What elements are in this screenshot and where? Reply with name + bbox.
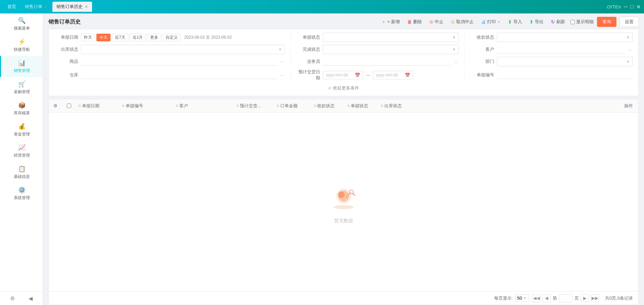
order-status-select[interactable]: ▼ — [323, 33, 459, 42]
print-arrow: ▼ — [497, 20, 501, 24]
sort-date-icon: ⇅ — [78, 104, 81, 108]
sidebar-bottom: ⚙ ◀ — [0, 292, 43, 305]
out-status-control: ▼ — [81, 45, 285, 54]
print-btn[interactable]: 🖨 打印 ▼ — [479, 17, 503, 26]
delivery-to-text: yyyy-mm-dd — [376, 73, 398, 77]
tab-sales-history-close[interactable]: ✕ — [85, 4, 88, 9]
th-gear[interactable]: ⚙ — [49, 103, 62, 108]
pagination: ◀◀ ◀ 第 1 页 ▶ ▶▶ — [532, 294, 599, 302]
stop-label: 中止 — [435, 19, 443, 25]
sidebar-settings-icon[interactable]: ⚙ — [10, 295, 15, 302]
empty-illustration — [327, 180, 360, 214]
last-page-icon: ▶▶ — [592, 296, 598, 301]
sidebar-label-quick-nav: 快捷导航 — [14, 47, 30, 52]
export-icon: ⬆ — [529, 19, 533, 25]
import-btn[interactable]: ⬇ 导入 — [506, 17, 524, 26]
tab-sales-order[interactable]: 销售订单 ✕ — [21, 2, 52, 12]
export-btn[interactable]: ⬆ 导出 — [527, 17, 546, 26]
per-page-select[interactable]: 50 ▼ — [515, 295, 529, 302]
cancel-btn[interactable]: ⊙ 取消中止 — [449, 17, 476, 26]
sales-rep-dots[interactable]: ··· — [453, 59, 459, 64]
th-out-status[interactable]: ⇅ 出库状态 — [378, 103, 412, 109]
prev-page-btn[interactable]: ◀ — [543, 294, 551, 302]
delivery-date-control: yyyy-mm-dd 📅 — yyyy-mm-dd 📅 — [323, 71, 459, 79]
collapse-row[interactable]: ∧ 收起更多条件 — [54, 84, 633, 92]
first-page-icon: ◀◀ — [533, 296, 540, 301]
date-btn-custom[interactable]: 自定义 — [163, 34, 181, 41]
stop-btn[interactable]: ⊘ 中止 — [427, 17, 445, 26]
th-order-status[interactable]: ⇅ 单据状态 — [344, 103, 378, 109]
goods-label: 商品 — [54, 59, 81, 65]
first-page-btn[interactable]: ◀◀ — [532, 294, 541, 302]
th-number[interactable]: ⇅ 单据编号 — [119, 103, 173, 109]
filter-row-3: 商品 ··· 业务员 ··· 部门 ▼ — [54, 57, 633, 66]
sidebar-item-quick-nav[interactable]: ⚡ 快捷导航 — [0, 35, 43, 56]
select-all-checkbox[interactable] — [67, 104, 71, 108]
tab-sales-history-label: 销售订单历史 — [56, 4, 83, 10]
dept-select[interactable]: ▼ — [497, 57, 633, 66]
display-detail-checkbox[interactable] — [570, 20, 575, 24]
delivery-date-to[interactable]: yyyy-mm-dd 📅 — [373, 71, 413, 79]
date-btn-1month[interactable]: 近1月 — [130, 34, 146, 41]
date-btn-today[interactable]: 今天 — [96, 34, 111, 41]
cal-from-icon[interactable]: 📅 — [355, 73, 360, 78]
tab-home[interactable]: 首页 — [3, 2, 20, 12]
customer-control: ··· — [497, 45, 633, 53]
sales-rep-input[interactable] — [323, 58, 451, 66]
refresh-btn[interactable]: ↻ 刷新 — [549, 17, 567, 26]
th-order-label: 单据状态 — [351, 103, 368, 109]
delete-btn[interactable]: 🗑 删除 — [405, 17, 424, 26]
display-detail-check[interactable]: 显示明细 — [570, 19, 594, 25]
cancel-icon: ⊙ — [451, 19, 455, 25]
sidebar-label-system: 系统管理 — [14, 195, 30, 201]
customer-input[interactable] — [497, 45, 625, 53]
current-page-input[interactable]: 1 — [559, 294, 572, 302]
sidebar-item-system[interactable]: ⚙️ 系统管理 — [0, 183, 43, 204]
sidebar-item-inventory[interactable]: 📦 库存核算 — [0, 98, 43, 119]
order-number-input[interactable] — [497, 71, 633, 79]
date-btn-7days[interactable]: 近7天 — [112, 34, 128, 41]
cal-to-icon[interactable]: 📅 — [405, 73, 410, 78]
tab-sales-history[interactable]: 销售订单历史 ✕ — [52, 2, 92, 12]
goods-input[interactable] — [81, 58, 277, 66]
complete-status-select[interactable]: ▼ — [323, 45, 459, 54]
th-delivery[interactable]: ⇅ 预计交货... — [233, 103, 274, 109]
divider-7 — [290, 70, 291, 80]
top-bar: 首页 销售订单 ✕ 销售订单历史 ✕ OfTEn ─ □ ✕ — [0, 0, 644, 13]
sidebar-item-sales[interactable]: 📊 销售管理 — [0, 56, 43, 77]
th-date[interactable]: ⇅ 单据日期 — [76, 103, 119, 109]
date-sep: — — [366, 73, 370, 78]
sidebar-item-operation[interactable]: 📈 经营管理 — [0, 141, 43, 162]
warehouse-dots[interactable]: ··· — [278, 73, 285, 78]
customer-dots[interactable]: ··· — [627, 47, 633, 52]
sidebar-collapse-icon[interactable]: ◀ — [29, 295, 33, 302]
date-filter-control: 昨天 今天 近7天 近1月 更多 自定义 2023-06-02 至 2023-0… — [81, 34, 285, 41]
th-customer[interactable]: ⇅ 客户 — [173, 103, 233, 109]
sidebar-item-search-menu[interactable]: 🔍 搜索菜单 — [0, 13, 43, 35]
dept-label: 部门 — [470, 59, 497, 65]
new-btn[interactable]: ＋ + 新增 — [379, 17, 402, 26]
payment-status-select[interactable]: ▼ — [497, 33, 633, 42]
date-btn-more[interactable]: 更多 — [147, 34, 161, 41]
date-btn-yesterday[interactable]: 昨天 — [81, 34, 95, 41]
sidebar-item-basic-info[interactable]: 📋 基础信息 — [0, 162, 43, 183]
delivery-date-from[interactable]: yyyy-mm-dd 📅 — [323, 71, 363, 79]
sidebar-label-basic-info: 基础信息 — [14, 174, 30, 180]
display-label: 显示明细 — [576, 19, 594, 25]
query-btn[interactable]: 查询 — [597, 17, 616, 27]
warehouse-input[interactable] — [81, 71, 277, 79]
tab-sales-order-close[interactable]: ✕ — [44, 4, 48, 9]
payment-status-control: ▼ — [497, 33, 633, 42]
sidebar-item-finance[interactable]: 💰 资金管理 — [0, 119, 43, 141]
last-page-btn[interactable]: ▶▶ — [591, 294, 599, 302]
settings-btn[interactable]: 设置 — [620, 17, 639, 27]
sidebar-item-purchase[interactable]: 🛒 采购管理 — [0, 77, 43, 98]
close-btn[interactable]: ✕ — [636, 4, 641, 10]
out-status-select[interactable]: ▼ — [81, 45, 285, 54]
minimize-btn[interactable]: ─ — [624, 4, 628, 10]
th-pay-status[interactable]: ⇅ 收款状态 — [311, 103, 344, 109]
maximize-btn[interactable]: □ — [630, 4, 634, 10]
th-amount[interactable]: ⇅ 订单金额 — [274, 103, 311, 109]
next-page-btn[interactable]: ▶ — [581, 294, 589, 302]
goods-dots[interactable]: ··· — [278, 59, 285, 64]
